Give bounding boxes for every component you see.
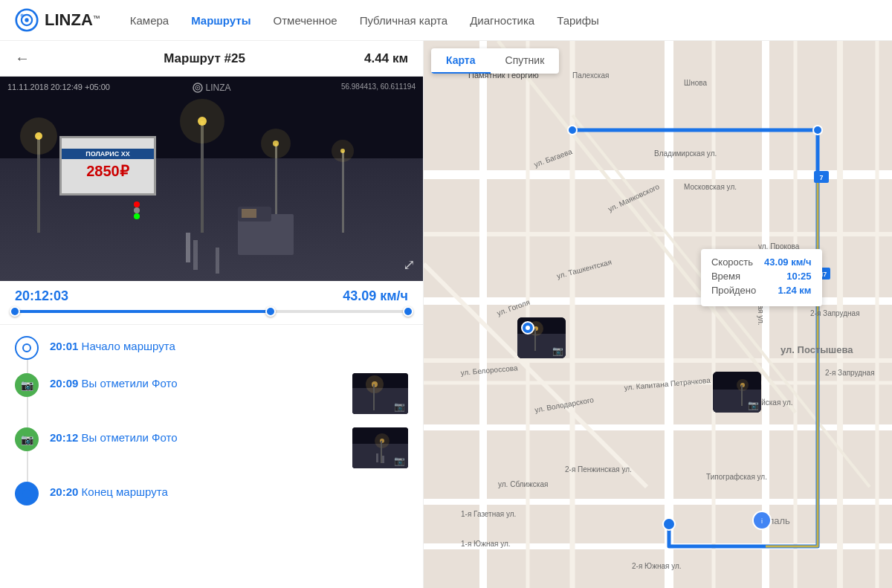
svg-text:Владимирская ул.: Владимирская ул. <box>654 149 717 158</box>
map-container[interactable]: 7 М7 ул. Багаева ул. Маяковского Московс… <box>424 41 892 588</box>
fullscreen-button[interactable]: ⤢ <box>403 256 416 274</box>
svg-text:2-я Пенжинская ул.: 2-я Пенжинская ул. <box>565 465 632 474</box>
svg-rect-107 <box>741 385 743 406</box>
tooltip-distance-label: Пройдено <box>711 285 756 296</box>
timeline-icon-end <box>15 482 39 505</box>
svg-text:Шнова: Шнова <box>684 79 707 87</box>
time-speed-row: 20:12:03 43.09 км/ч <box>15 288 408 304</box>
timeline-icon-photo2: 📷 <box>15 427 39 451</box>
progress-slider[interactable] <box>15 310 408 313</box>
video-coords: 56.984413, 60.611194 <box>341 83 416 91</box>
thumbnail-camera-icon-2: 📷 <box>394 456 405 466</box>
svg-point-28 <box>196 87 198 88</box>
tooltip-time-label: Время <box>711 271 740 282</box>
timeline-text-start: 20:01 Начало маршрута <box>50 336 408 353</box>
current-speed: 43.09 км/ч <box>343 288 408 304</box>
header: LINZA™ Камера Маршруты Отмеченное Публич… <box>0 0 892 41</box>
video-area: ПОЛАРИС XX 2850₽ 11.11.2018 20:12:49 +05… <box>0 77 423 281</box>
logo-icon <box>15 8 39 32</box>
logo-text: LINZA™ <box>45 10 100 30</box>
svg-point-66 <box>813 126 822 135</box>
right-panel: Карта Спутник <box>424 41 892 588</box>
svg-point-22 <box>134 213 140 219</box>
svg-rect-34 <box>373 384 375 410</box>
svg-rect-25 <box>242 209 256 218</box>
svg-rect-102 <box>534 329 536 351</box>
svg-text:ул. Сближская: ул. Сближская <box>498 480 548 488</box>
timeline-text-photo1: 20:09 Вы отметили Фото <box>50 373 345 390</box>
nav-marked[interactable]: Отмеченное <box>274 14 337 27</box>
svg-point-64 <box>663 518 675 530</box>
svg-point-9 <box>198 117 207 126</box>
billboard-price: 2850₽ <box>86 162 129 180</box>
watermark-icon <box>192 83 202 93</box>
timeline-text-end: 20:20 Конец маршрута <box>50 482 408 499</box>
nav-diagnostics[interactable]: Диагностика <box>470 14 534 27</box>
tooltip-speed-label: Скорость <box>711 256 753 268</box>
route-distance: 4.44 км <box>364 51 408 66</box>
svg-point-20 <box>134 201 140 207</box>
svg-rect-17 <box>193 240 198 270</box>
timeline-item-photo2: 📷 20:12 Вы отметили Фото <box>15 427 408 468</box>
svg-point-2 <box>25 18 28 22</box>
svg-text:i: i <box>761 517 763 525</box>
svg-point-42 <box>22 489 31 498</box>
svg-text:1-я Газетная ул.: 1-я Газетная ул. <box>461 510 516 518</box>
billboard: ПОЛАРИС XX 2850₽ <box>59 136 156 196</box>
timeline-item-start: 20:01 Начало маршрута <box>15 336 408 360</box>
tooltip-speed-value: 43.09 км/ч <box>764 256 811 268</box>
timeline-thumbnail-1[interactable]: 📷 <box>352 373 408 414</box>
tooltip-time-value: 10:25 <box>786 271 811 282</box>
slider-thumb-end[interactable] <box>403 306 413 317</box>
svg-rect-40 <box>376 453 378 462</box>
svg-rect-41 <box>382 456 384 463</box>
svg-rect-18 <box>216 248 219 274</box>
timeline-thumbnail-2[interactable]: 📷 <box>352 427 408 468</box>
back-button[interactable]: ← <box>15 50 30 67</box>
left-panel: ← Маршрут #25 4.44 км <box>0 41 424 588</box>
playback-controls: 20:12:03 43.09 км/ч <box>0 281 423 325</box>
linza-watermark: LINZA <box>192 83 230 93</box>
tab-satellite[interactable]: Спутник <box>491 48 560 74</box>
timeline-icon-photo1: 📷 <box>15 373 39 397</box>
slider-thumb-start[interactable] <box>10 306 20 317</box>
map-tabs: Карта Спутник <box>431 48 559 74</box>
svg-point-21 <box>134 207 140 213</box>
svg-text:ул. Постышева: ул. Постышева <box>780 344 853 355</box>
nav-tariffs[interactable]: Тарифы <box>557 14 599 27</box>
nav-public-map[interactable]: Публичная карта <box>360 14 448 27</box>
timeline: 20:01 Начало маршрута 📷 20:09 Вы отметил… <box>0 325 423 588</box>
tab-map[interactable]: Карта <box>431 48 491 74</box>
route-title: Маршрут #25 <box>45 51 364 66</box>
tooltip-distance-value: 1.24 км <box>778 285 811 296</box>
svg-point-29 <box>23 344 30 352</box>
slider-thumb-current[interactable] <box>265 306 276 317</box>
svg-point-15 <box>340 149 345 153</box>
route-header: ← Маршрут #25 4.44 км <box>0 41 423 77</box>
nav-routes[interactable]: Маршруты <box>191 14 251 27</box>
svg-text:2-я Запрудная: 2-я Запрудная <box>810 309 860 317</box>
map-marker-1[interactable]: 📷 <box>517 317 566 358</box>
timeline-item-end: 20:20 Конец маршрута <box>15 482 408 505</box>
map-marker-2[interactable]: 📷 <box>713 372 761 413</box>
timeline-text-photo2: 20:12 Вы отметили Фото <box>50 427 345 445</box>
current-time: 20:12:03 <box>15 288 68 304</box>
svg-text:2-я Южная ул.: 2-я Южная ул. <box>632 562 682 570</box>
svg-point-65 <box>568 126 577 135</box>
svg-text:Типографская ул.: Типографская ул. <box>706 473 767 481</box>
main-nav: Камера Маршруты Отмеченное Публичная кар… <box>130 14 877 27</box>
video-timestamp: 11.11.2018 20:12:49 +05:00 <box>7 83 110 91</box>
main-content: ← Маршрут #25 4.44 км <box>0 41 892 588</box>
slider-fill <box>15 310 271 313</box>
road-scene: ПОЛАРИС XX 2850₽ <box>0 77 423 281</box>
svg-point-3 <box>21 14 24 17</box>
svg-text:Московская ул.: Московская ул. <box>684 183 737 191</box>
logo: LINZA™ <box>15 8 100 32</box>
svg-rect-16 <box>186 233 190 262</box>
map-tooltip: Скорость 43.09 км/ч Время 10:25 Пройдено… <box>701 249 822 306</box>
timeline-icon-start <box>15 336 39 360</box>
timeline-item-photo1: 📷 20:09 Вы отметили Фото <box>15 373 408 414</box>
svg-text:7: 7 <box>819 174 823 181</box>
nav-camera[interactable]: Камера <box>130 14 169 27</box>
svg-rect-13 <box>342 151 344 233</box>
